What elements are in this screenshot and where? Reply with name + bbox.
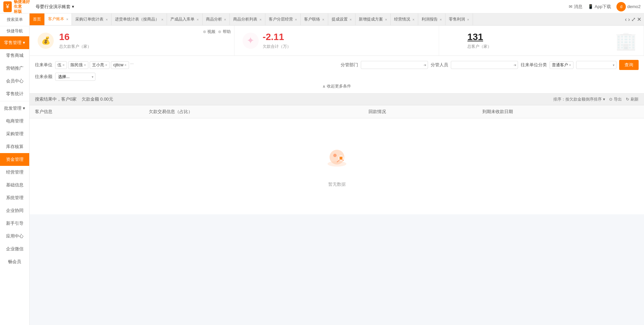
sidebar-item-retail-mall[interactable]: 零售商城 — [0, 49, 29, 62]
sidebar-item-ecommerce[interactable]: 电商管理 — [0, 115, 29, 128]
tab-close-icon-7[interactable]: × — [295, 17, 297, 22]
tab-retail-profit[interactable]: 零售利润 × — [445, 13, 473, 26]
remove-cjttcw-icon[interactable]: × — [124, 63, 126, 67]
filter-divider: ∧ 收起更多条件 — [35, 83, 639, 89]
remove-wang-icon[interactable]: × — [105, 63, 107, 67]
app-download-link[interactable]: 📱 App下载 — [588, 4, 611, 10]
sidebar: 搜索菜单 快捷导航 零售管理 ▾ 零售商城 营销推广 会员中心 零售统计 批发管… — [0, 13, 30, 325]
tab-close-icon-4[interactable]: × — [197, 17, 199, 22]
stat-icon-diamond: ✦ — [243, 33, 259, 49]
tab-goods-analysis-label: 商品分析 — [206, 16, 222, 22]
person-input[interactable] — [451, 61, 518, 69]
sidebar-search[interactable]: 搜索菜单 — [0, 13, 29, 26]
sidebar-item-wechat[interactable]: 企业微信 — [0, 243, 29, 255]
sidebar-item-purchase[interactable]: 采购管理 — [0, 128, 29, 140]
tab-expand-icon[interactable]: ⤢ — [631, 16, 636, 23]
empty-text: 暂无数据 — [328, 181, 346, 187]
tab-close-icon-5[interactable]: × — [224, 17, 226, 22]
tab-close-icon-10[interactable]: × — [385, 17, 387, 22]
tab-close-icon-8[interactable]: × — [322, 17, 324, 22]
tab-bar: 首页 客户账本 × 采购订单统计表 × 进货单统计表（按商品） × 产成品入库单… — [30, 13, 644, 26]
tab-commission-settings[interactable]: 提成设置 × — [328, 13, 355, 26]
tab-close-icon-9[interactable]: × — [350, 17, 352, 22]
sidebar-item-finance[interactable]: 资金管理 — [0, 153, 29, 166]
refresh-btn[interactable]: ↻ 刷新 — [626, 97, 639, 102]
sidebar-item-new-guide[interactable]: 新手引导 — [0, 217, 29, 230]
tab-close-icon[interactable]: × — [66, 17, 68, 21]
col-overdue-date: 到期未收款日期 — [477, 105, 644, 118]
sidebar-item-retail-mgmt[interactable]: 零售管理 ▾ — [0, 36, 29, 49]
tab-close-icon-2[interactable]: × — [105, 17, 108, 22]
sidebar-divider-1 — [0, 101, 29, 101]
tab-goods-analysis[interactable]: 商品分析 × — [203, 13, 230, 26]
unit-class-select[interactable] — [576, 61, 616, 69]
content-area: 首页 客户账本 × 采购订单统计表 × 进货单统计表（按商品） × 产成品入库单… — [30, 13, 644, 325]
tab-prev-icon[interactable]: ‹ — [625, 16, 627, 23]
tab-purchase-stats[interactable]: 采购订单统计表 × — [72, 13, 111, 26]
result-bar: 搜索结果中，客户0家 欠款金额 0.00元 排序：按欠款金额倒序排序 ▾ ⊙ 导… — [30, 94, 644, 105]
stat-total-customers: 131 总客户（家） 🏢 — [439, 26, 644, 56]
logo-text: 畅捷通好生意 标版 — [14, 0, 33, 14]
sidebar-item-wholesale[interactable]: 批发管理 ▾ — [0, 102, 29, 115]
store-selector[interactable]: 母婴行业演示账套 ▾ — [36, 4, 74, 10]
top-bar-right: ✉ 消息 📱 App下载 d demo2 — [569, 2, 641, 11]
sidebar-item-marketing[interactable]: 营销推广 — [0, 62, 29, 75]
tab-home[interactable]: 首页 — [30, 13, 45, 26]
dept-input[interactable] — [361, 61, 428, 69]
tab-close-icon-12[interactable]: × — [440, 17, 442, 22]
tab-close-icon-3[interactable]: × — [161, 17, 163, 22]
tab-close-icon-6[interactable]: × — [259, 17, 261, 22]
message-icon: ✉ — [569, 4, 572, 9]
tab-product-inbound[interactable]: 产成品入库单 × — [167, 13, 202, 26]
export-btn[interactable]: ⊙ 导出 — [609, 97, 622, 102]
sidebar-quick-nav[interactable]: 快捷导航 — [0, 26, 29, 36]
tab-close-all-icon[interactable]: ✕ — [637, 16, 641, 23]
stat-label-total: 总客户（家） — [467, 44, 491, 49]
table-header-row: 客户信息 欠款交易信息（占比） 回款情况 到期未收款日期 — [30, 105, 644, 118]
tab-customer-contact[interactable]: 客户联络 × — [301, 13, 328, 26]
data-table: 客户信息 欠款交易信息（占比） 回款情况 到期未收款日期 — [30, 105, 644, 118]
remove-wu-icon[interactable]: × — [62, 63, 65, 67]
sidebar-item-inventory[interactable]: 库存核算 — [0, 140, 29, 153]
message-link[interactable]: ✉ 消息 — [569, 4, 583, 10]
video-link[interactable]: ⊙ 视频 — [203, 29, 215, 35]
tab-customer-segment[interactable]: 客户分层经营 × — [265, 13, 301, 26]
collapse-btn[interactable]: ∧ 收起更多条件 — [323, 83, 351, 89]
tab-customer-ledger[interactable]: 客户账本 × — [45, 13, 72, 26]
sidebar-item-vip[interactable]: 畅会员 — [0, 255, 29, 268]
tab-close-icon-13[interactable]: × — [467, 17, 469, 22]
main-layout: 搜索菜单 快捷导航 零售管理 ▾ 零售商城 营销推广 会员中心 零售统计 批发管… — [0, 13, 644, 325]
tab-profit-report[interactable]: 利润报告 × — [418, 13, 445, 26]
help-link[interactable]: ⊙ 帮助 — [218, 29, 230, 35]
filter-row-2: 往来余额 选择... — [35, 73, 639, 81]
sidebar-item-retail-stats[interactable]: 零售统计 — [0, 87, 29, 100]
filter-tag-normal-customer: 普通客户 × — [550, 61, 573, 69]
query-button[interactable]: 查询 — [619, 60, 639, 70]
tab-retail-profit-label: 零售利润 — [449, 16, 465, 22]
remove-normal-customer-icon[interactable]: × — [569, 63, 571, 67]
filter-tag-chen: 陈民强 × — [68, 61, 88, 69]
user-avatar[interactable]: d demo2 — [616, 2, 641, 11]
stats-bar: 💰 16 总欠款客户（家） ⊙ 视频 ⊙ 帮助 ✦ -2.11 欠款合计（万） — [30, 26, 644, 56]
person-filter-label: 分管人员 — [431, 62, 448, 68]
sort-selector[interactable]: 排序：按欠款金额倒序排序 ▾ — [553, 97, 605, 102]
more-tags-btn[interactable]: ··· — [130, 61, 134, 69]
sidebar-item-member[interactable]: 会员中心 — [0, 75, 29, 87]
balance-select[interactable]: 选择... — [55, 73, 95, 81]
sidebar-item-system[interactable]: 系统管理 — [0, 191, 29, 204]
tab-next-icon[interactable]: › — [628, 16, 630, 23]
balance-filter-label: 往来余额 — [35, 74, 52, 80]
tab-goods-analysis-list[interactable]: 商品分析列表 × — [230, 13, 265, 26]
sidebar-item-enterprise-collab[interactable]: 企业协同 — [0, 204, 29, 217]
sidebar-item-app-center[interactable]: 应用中心 — [0, 230, 29, 243]
tab-operations[interactable]: 经营情况 × — [391, 13, 418, 26]
filter-tag-wang: 王小亮 × — [90, 61, 110, 69]
tab-goods-stats[interactable]: 进货单统计表（按商品） × — [112, 13, 167, 26]
sidebar-item-basic-info[interactable]: 基础信息 — [0, 179, 29, 191]
remove-chen-icon[interactable]: × — [84, 63, 86, 67]
tab-close-icon-11[interactable]: × — [412, 17, 414, 22]
sidebar-item-operations[interactable]: 经营管理 — [0, 166, 29, 179]
dept-filter-label: 分管部门 — [341, 62, 358, 68]
tab-new-commission[interactable]: 新增提成方案 × — [355, 13, 391, 26]
stat-value-customers: 16 — [59, 32, 91, 42]
